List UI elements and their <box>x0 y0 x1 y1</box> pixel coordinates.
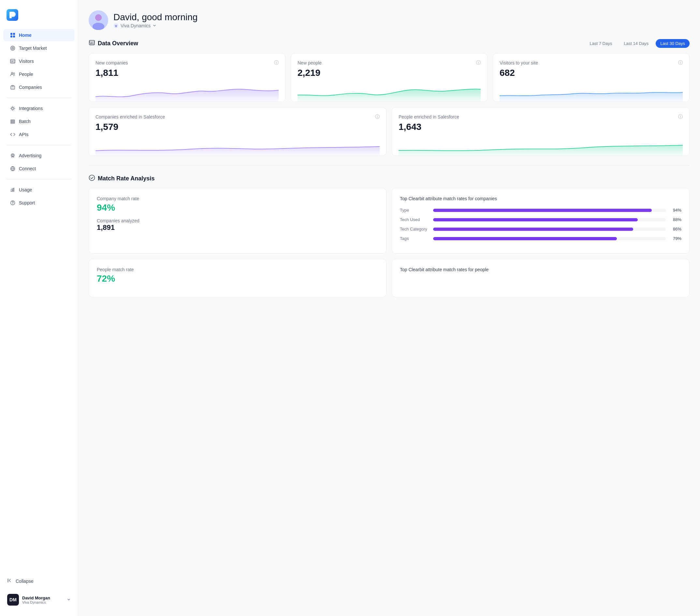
svg-rect-4 <box>12 12 14 16</box>
svg-rect-37 <box>13 188 14 192</box>
user-company: Viva Dynamics <box>22 600 64 604</box>
org-icon: V <box>113 23 118 28</box>
sidebar-item-label: Companies <box>19 85 42 90</box>
match-rate-title: Match Rate Analysis <box>89 175 154 183</box>
time-filter-30-days[interactable]: Last 30 Days <box>656 39 690 48</box>
sidebar-item-label: Batch <box>19 119 30 124</box>
time-filter-7-days[interactable]: Last 7 Days <box>585 39 617 48</box>
match-rate-label: Match Rate Analysis <box>98 175 154 182</box>
org-chevron-icon[interactable] <box>152 23 157 28</box>
sidebar-item-usage[interactable]: Usage <box>3 184 75 196</box>
bar-fill <box>433 228 633 231</box>
target-icon <box>10 45 16 51</box>
svg-point-44 <box>95 14 102 21</box>
sidebar-item-label: Visitors <box>19 59 34 64</box>
app-logo <box>7 9 18 21</box>
advertising-icon <box>10 153 16 158</box>
companies-enriched-value: 1,579 <box>96 122 380 132</box>
svg-rect-29 <box>11 121 15 122</box>
svg-rect-8 <box>13 36 15 37</box>
greeting-heading: David, good morning <box>113 12 198 23</box>
data-overview-label: Data Overview <box>98 40 138 47</box>
bar-pct: 88% <box>670 217 682 222</box>
greeting-text: David, good morning V Viva Dynamics <box>113 12 198 28</box>
companies-enriched-sparkline <box>96 136 380 156</box>
new-people-sparkline <box>298 82 481 102</box>
sidebar-item-home[interactable]: Home <box>3 29 75 41</box>
new-people-info-icon[interactable]: ⓘ <box>476 60 481 66</box>
sidebar-item-people[interactable]: People <box>3 68 75 80</box>
sidebar-item-support[interactable]: Support <box>3 197 75 209</box>
data-overview-title: Data Overview <box>89 39 138 48</box>
new-companies-label: New companies <box>96 60 128 65</box>
main-content: David, good morning V Viva Dynamics <box>78 0 700 616</box>
companies-enriched-label: Companies enriched in Salesforce <box>96 114 165 119</box>
bar-label: Tags <box>400 236 429 241</box>
match-rate-icon <box>89 175 95 183</box>
svg-rect-6 <box>13 33 15 35</box>
people-bar-chart-card: Top Clearbit attribute match rates for p… <box>392 259 690 297</box>
svg-rect-40 <box>8 579 9 582</box>
sidebar-item-label: Connect <box>19 166 36 171</box>
people-enriched-info-icon[interactable]: ⓘ <box>678 114 683 120</box>
companies-enriched-card: Companies enriched in Salesforce ⓘ 1,579 <box>89 107 387 156</box>
batch-icon <box>10 118 16 124</box>
match-rate-row-1: Company match rate 94% Companies analyze… <box>89 188 690 254</box>
people-bar-chart-title: Top Clearbit attribute match rates for p… <box>400 267 682 272</box>
sidebar-item-target-market[interactable]: Target Market <box>3 42 75 54</box>
people-match-rate-card: People match rate 72% <box>89 259 387 297</box>
bar-row: Tags 79% <box>400 236 682 241</box>
company-bar-chart-card: Top Clearbit attribute match rates for c… <box>392 188 690 254</box>
apis-icon <box>10 131 16 137</box>
collapse-icon <box>7 578 12 584</box>
nav-divider-3 <box>7 179 71 179</box>
sidebar-bottom: Collapse DM David Morgan Viva Dynamics <box>0 575 78 609</box>
sidebar-item-label: APIs <box>19 132 29 137</box>
bar-row: Tech Category 86% <box>400 227 682 231</box>
nav-divider-1 <box>7 98 71 98</box>
bar-label: Tech Category <box>400 227 429 231</box>
svg-text:V: V <box>115 24 117 28</box>
org-row: V Viva Dynamics <box>113 23 198 28</box>
sidebar-item-connect[interactable]: Connect <box>3 163 75 175</box>
svg-point-17 <box>11 73 13 74</box>
bar-fill <box>433 237 617 240</box>
people-enriched-label: People enriched in Salesforce <box>399 114 459 119</box>
svg-rect-30 <box>11 123 15 124</box>
sidebar-item-companies[interactable]: Companies <box>3 81 75 93</box>
collapse-label: Collapse <box>16 579 33 584</box>
user-avatar: DM <box>7 594 19 606</box>
user-name: David Morgan <box>22 595 64 600</box>
integrations-icon <box>10 105 16 111</box>
companies-enriched-info-icon[interactable]: ⓘ <box>375 114 380 120</box>
sidebar-item-visitors[interactable]: Visitors <box>3 55 75 67</box>
user-info: David Morgan Viva Dynamics <box>22 595 64 604</box>
visitors-info-icon[interactable]: ⓘ <box>678 60 683 66</box>
time-filter-14-days[interactable]: Last 14 Days <box>619 39 653 48</box>
svg-rect-50 <box>90 43 91 44</box>
sidebar-item-label: Integrations <box>19 106 43 111</box>
stat-cards-row-2: Companies enriched in Salesforce ⓘ 1,579 <box>89 107 690 156</box>
company-match-rate-card: Company match rate 94% Companies analyze… <box>89 188 387 254</box>
people-match-rate-label: People match rate <box>97 267 378 272</box>
sidebar-item-batch[interactable]: Batch <box>3 115 75 128</box>
page-header: David, good morning V Viva Dynamics <box>89 10 690 30</box>
connect-icon <box>10 166 16 171</box>
svg-point-31 <box>12 155 14 156</box>
new-people-value: 2,219 <box>298 68 481 78</box>
sidebar-item-apis[interactable]: APIs <box>3 128 75 141</box>
sidebar-item-advertising[interactable]: Advertising <box>3 150 75 162</box>
org-name: Viva Dynamics <box>121 23 151 28</box>
user-menu-chevron <box>67 597 71 603</box>
collapse-button[interactable]: Collapse <box>3 575 75 587</box>
user-menu[interactable]: DM David Morgan Viva Dynamics <box>3 590 75 609</box>
svg-rect-16 <box>14 62 14 63</box>
svg-rect-7 <box>10 36 12 37</box>
bar-pct: 86% <box>670 227 682 231</box>
sidebar-item-integrations[interactable]: Integrations <box>3 102 75 115</box>
visitors-label: Visitors to your site <box>500 60 538 65</box>
bar-track <box>433 228 666 231</box>
new-companies-info-icon[interactable]: ⓘ <box>274 60 279 66</box>
sidebar-item-label: Usage <box>19 187 32 192</box>
section-divider-1 <box>89 165 690 165</box>
